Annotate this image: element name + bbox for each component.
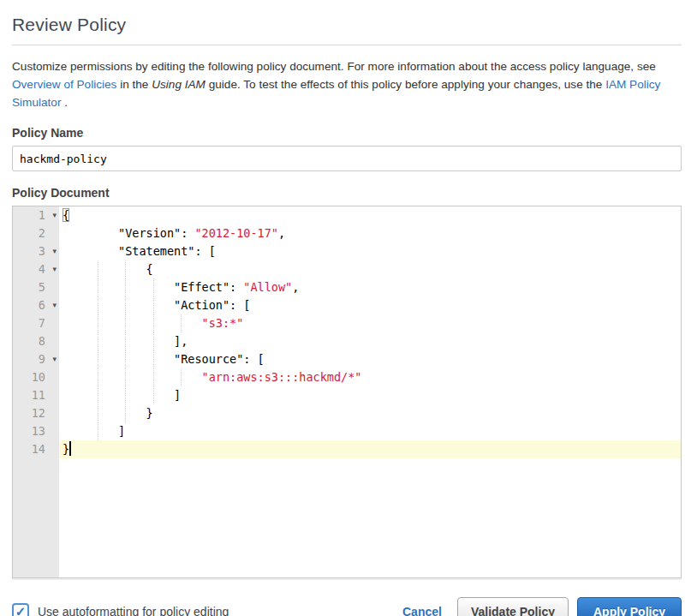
review-policy-page: Review Policy Customize permissions by e… (0, 0, 697, 616)
action-buttons: Cancel Validate Policy Apply Policy (402, 597, 682, 616)
line-number: 14 (32, 442, 45, 456)
indent-guide (98, 260, 98, 278)
intro-text: guide. To test the effects of this polic… (206, 78, 605, 91)
code-line[interactable]: "Version": "2012-10-17", (59, 224, 681, 242)
editor-gutter: 1▾23▾4▾56▾789▾1011121314 (13, 206, 59, 577)
line-number: 10 (32, 370, 45, 384)
policy-name-label: Policy Name (12, 126, 682, 140)
code-token: , (292, 280, 299, 294)
line-number: 12 (32, 406, 45, 420)
code-line[interactable]: "s3:*" (59, 314, 681, 332)
code-token: "Resource": [ (63, 352, 265, 366)
fold-caret-icon[interactable]: ▾ (52, 351, 57, 368)
code-line[interactable]: } (59, 404, 681, 422)
page-header: Review Policy (12, 15, 682, 45)
gutter-cell: 12 (13, 404, 59, 422)
overview-of-policies-link[interactable]: Overview of Policies (12, 78, 116, 91)
policy-document-label: Policy Document (12, 186, 682, 200)
code-line[interactable]: { (59, 260, 681, 278)
policy-name-input[interactable] (12, 146, 682, 171)
indent-guide (98, 314, 98, 332)
indent-guide (125, 332, 126, 350)
autoformat-checkbox[interactable]: ✓ (12, 603, 29, 616)
gutter-cell: 13 (13, 422, 59, 440)
intro-text: . (61, 96, 68, 109)
line-number: 8 (39, 334, 45, 348)
gutter-cell: 5 (13, 278, 59, 296)
editor-code-area[interactable]: { "Version": "2012-10-17", "Statement": … (59, 206, 681, 577)
line-number: 1 (39, 208, 45, 222)
code-token: } (63, 406, 153, 420)
code-token: "Version": (63, 226, 194, 240)
line-number: 3 (39, 244, 45, 258)
indent-guide (153, 314, 154, 332)
page-title: Review Policy (12, 15, 682, 35)
gutter-cell: 11 (13, 386, 59, 404)
autoformat-option: ✓ Use autoformatting for policy editing (12, 603, 229, 616)
indent-guide (125, 278, 126, 296)
validate-policy-button[interactable]: Validate Policy (457, 597, 569, 616)
code-token: } (63, 442, 69, 456)
line-number: 9 (39, 352, 45, 366)
line-number: 2 (39, 226, 45, 240)
text-cursor (69, 441, 71, 456)
code-line[interactable]: "arn:aws:s3:::hackmd/*" (59, 368, 681, 386)
line-number: 4 (39, 262, 45, 276)
code-token: "s3:*" (202, 316, 244, 330)
indent-guide (153, 296, 154, 314)
fold-caret-icon[interactable]: ▾ (52, 243, 57, 260)
gutter-cell: 10 (13, 368, 59, 386)
line-number: 7 (39, 316, 45, 330)
fold-caret-icon[interactable]: ▾ (52, 297, 57, 314)
gutter-cell: 14 (13, 440, 59, 458)
gutter-cell: 6▾ (13, 296, 59, 314)
indent-guide (181, 314, 182, 332)
intro-text: in the (116, 78, 152, 91)
indent-guide (153, 332, 154, 350)
line-number: 11 (32, 388, 45, 402)
intro-paragraph: Customize permissions by editing the fol… (12, 57, 682, 111)
indent-guide (125, 368, 126, 386)
code-line[interactable]: "Action": [ (59, 296, 681, 314)
intro-text: Customize permissions by editing the fol… (12, 60, 656, 73)
indent-guide (153, 278, 154, 296)
code-line[interactable]: ] (59, 386, 681, 404)
indent-guide (125, 296, 126, 314)
code-token: { (63, 208, 69, 222)
indent-guide (125, 386, 126, 404)
indent-guide (98, 350, 98, 368)
indent-guide (98, 278, 98, 296)
code-line[interactable]: ] (59, 422, 681, 440)
indent-guide (181, 368, 182, 386)
policy-document-editor[interactable]: 1▾23▾4▾56▾789▾1011121314 { "Version": "2… (12, 206, 682, 578)
code-token: ] (63, 424, 125, 438)
apply-policy-button[interactable]: Apply Policy (577, 597, 682, 616)
fold-caret-icon[interactable]: ▾ (52, 207, 57, 224)
code-line[interactable]: "Resource": [ (59, 350, 681, 368)
code-token: "Statement": [ (63, 244, 216, 258)
code-token: "arn:aws:s3:::hackmd/*" (202, 370, 362, 384)
indent-guide (98, 422, 98, 440)
line-number: 6 (39, 298, 45, 312)
gutter-cell: 1▾ (13, 206, 59, 224)
indent-guide (98, 386, 98, 404)
footer-bar: ✓ Use autoformatting for policy editing … (12, 597, 682, 616)
code-line[interactable]: { (59, 206, 681, 224)
code-line[interactable]: } (59, 440, 681, 458)
indent-guide (153, 350, 154, 368)
code-token: { (63, 262, 153, 276)
indent-guide (98, 404, 98, 422)
cancel-link[interactable]: Cancel (402, 605, 442, 616)
indent-guide (125, 350, 126, 368)
using-iam-guide-name: Using IAM (152, 78, 206, 91)
indent-guide (98, 296, 98, 314)
gutter-cell: 7 (13, 314, 59, 332)
code-line[interactable]: "Effect": "Allow", (59, 278, 681, 296)
code-token: ] (63, 388, 181, 402)
indent-guide (98, 332, 98, 350)
line-number: 5 (39, 280, 45, 294)
code-line[interactable]: "Statement": [ (59, 242, 681, 260)
code-line[interactable]: ], (59, 332, 681, 350)
fold-caret-icon[interactable]: ▾ (52, 261, 57, 278)
indent-guide (125, 404, 126, 422)
